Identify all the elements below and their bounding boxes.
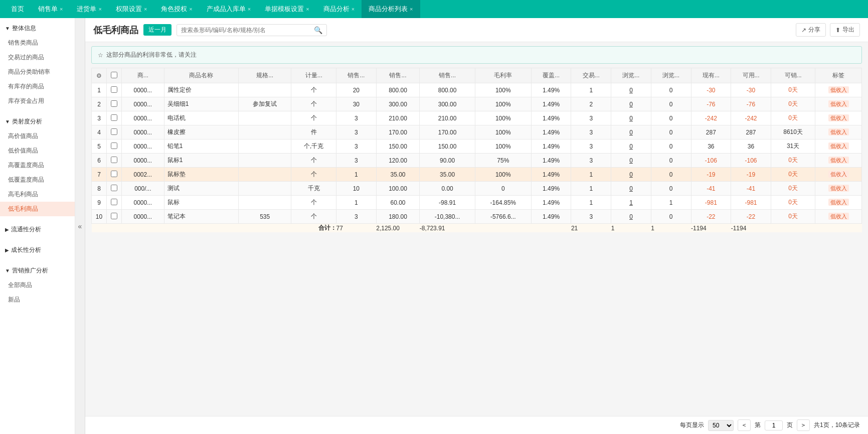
sidebar-group-overall[interactable]: ▼ 整体信息 <box>0 21 75 36</box>
row-checkbox-cell[interactable] <box>107 210 122 224</box>
row-checkbox-cell[interactable] <box>107 139 122 154</box>
row-checkbox[interactable] <box>111 114 117 121</box>
row-checkbox[interactable] <box>111 199 117 205</box>
col-checkbox[interactable] <box>107 68 122 83</box>
sidebar-item-high-value[interactable]: 高价值商品 <box>0 129 75 143</box>
sidebar-group-marketing[interactable]: ▼ 营销推广分析 <box>0 263 75 278</box>
page-input[interactable] <box>765 420 783 430</box>
col-unit[interactable]: 计量... <box>291 68 336 83</box>
row-sale-qty: 3 <box>336 139 377 154</box>
nav-analysis[interactable]: 商品分析 × <box>316 0 362 18</box>
row-checkbox-cell[interactable] <box>107 125 122 139</box>
col-margin-rate[interactable]: 毛利率 <box>475 68 531 83</box>
row-checkbox[interactable] <box>111 213 117 219</box>
row-browse1[interactable]: 0 <box>611 111 651 125</box>
next-page-btn[interactable]: ＞ <box>797 419 810 431</box>
nav-roles[interactable]: 角色授权 × <box>154 0 199 18</box>
nav-purchase[interactable]: 进货单 × <box>70 0 108 18</box>
sidebar-group-coverage[interactable]: ▼ 类射度分析 <box>0 114 75 129</box>
row-browse1[interactable]: 0 <box>611 210 651 224</box>
filter-btn[interactable]: 近一月 <box>143 24 171 36</box>
row-browse1[interactable]: 0 <box>611 168 651 182</box>
sidebar-item-low-value[interactable]: 低价值商品 <box>0 143 75 158</box>
sidebar-item-stock-capital[interactable]: 库存资金占用 <box>0 94 75 108</box>
col-sale-amount[interactable]: 销售... <box>376 68 420 83</box>
row-checkbox-cell[interactable] <box>107 83 122 97</box>
sidebar-group-growth[interactable]: ▶ 成长性分析 <box>0 243 75 257</box>
col-current-stock[interactable]: 现有... <box>691 68 731 83</box>
row-checkbox[interactable] <box>111 128 117 135</box>
row-checkbox[interactable] <box>111 171 117 177</box>
nav-roles-close[interactable]: × <box>189 6 192 12</box>
nav-sales-close[interactable]: × <box>60 6 63 12</box>
row-checkbox[interactable] <box>111 100 117 107</box>
row-checkbox-cell[interactable] <box>107 97 122 111</box>
col-tag[interactable]: 标签 <box>815 68 862 83</box>
row-checkbox-cell[interactable] <box>107 182 122 196</box>
row-browse1[interactable]: 0 <box>611 182 651 196</box>
row-checkbox[interactable] <box>111 185 117 191</box>
row-checkbox-cell[interactable] <box>107 168 122 182</box>
row-current-stock: -76 <box>691 97 731 111</box>
sidebar-item-new-products[interactable]: 新品 <box>0 293 75 307</box>
col-spec[interactable]: 规格... <box>238 68 291 83</box>
col-settings[interactable]: ⚙ <box>92 68 107 83</box>
col-sale-profit[interactable]: 销售... <box>420 68 475 83</box>
col-browse2[interactable]: 浏览... <box>651 68 691 83</box>
col-name[interactable]: 商品名称 <box>164 68 238 83</box>
sidebar-item-stock-products[interactable]: 有库存的商品 <box>0 79 75 94</box>
export-button[interactable]: ⬆ 导出 <box>830 23 860 37</box>
sidebar-collapse-btn[interactable]: « <box>75 18 85 434</box>
nav-home[interactable]: 首页 <box>4 0 31 18</box>
footer-coverage <box>531 224 571 233</box>
search-icon[interactable]: 🔍 <box>314 26 322 34</box>
nav-analysis-list-close[interactable]: × <box>410 6 413 12</box>
row-checkbox[interactable] <box>111 142 117 149</box>
nav-sales[interactable]: 销售单 × <box>31 0 70 18</box>
row-checkbox-cell[interactable] <box>107 111 122 125</box>
row-browse1[interactable]: 0 <box>611 125 651 139</box>
row-checkbox-cell[interactable] <box>107 196 122 210</box>
nav-product-in[interactable]: 产成品入库单 × <box>200 0 258 18</box>
search-input[interactable] <box>181 27 314 34</box>
col-trade[interactable]: 交易... <box>571 68 611 83</box>
row-available: -22 <box>731 210 771 224</box>
table-scroll[interactable]: ⚙ 商... 商品名称 规格... 计量... 销售... 销售... 销售..… <box>85 68 868 416</box>
row-checkbox[interactable] <box>111 86 117 93</box>
sidebar-item-all-products[interactable]: 全部商品 <box>0 278 75 293</box>
row-checkbox-cell[interactable] <box>107 154 122 168</box>
nav-permissions-close[interactable]: × <box>144 6 147 12</box>
nav-analysis-close[interactable]: × <box>352 6 355 12</box>
nav-purchase-close[interactable]: × <box>98 6 101 12</box>
col-available[interactable]: 可用... <box>731 68 771 83</box>
sidebar-item-sales-products[interactable]: 销售类商品 <box>0 36 75 50</box>
col-browse1[interactable]: 浏览... <box>611 68 651 83</box>
row-browse1[interactable]: 0 <box>611 83 651 97</box>
col-sellable[interactable]: 可销... <box>771 68 815 83</box>
sidebar-item-low-margin[interactable]: 低毛利商品 <box>0 202 75 216</box>
col-sale-qty[interactable]: 销售... <box>336 68 377 83</box>
sidebar-item-high-margin[interactable]: 高毛利商品 <box>0 187 75 202</box>
row-browse1[interactable]: 0 <box>611 154 651 168</box>
row-browse1[interactable]: 0 <box>611 97 651 111</box>
sidebar-item-traded-products[interactable]: 交易过的商品 <box>0 50 75 65</box>
nav-analysis-list[interactable]: 商品分析列表 × <box>362 0 420 18</box>
sidebar-group-flow[interactable]: ▶ 流通性分析 <box>0 222 75 237</box>
sidebar-item-low-coverage[interactable]: 低覆盖度商品 <box>0 173 75 187</box>
col-coverage[interactable]: 覆盖... <box>531 68 571 83</box>
col-code[interactable]: 商... <box>122 68 164 83</box>
table-header-row: ⚙ 商... 商品名称 规格... 计量... 销售... 销售... 销售..… <box>92 68 862 83</box>
share-button[interactable]: ↗ 分享 <box>796 23 826 37</box>
sidebar-item-category-rate[interactable]: 商品分类助销率 <box>0 65 75 79</box>
row-browse1[interactable]: 1 <box>611 196 651 210</box>
row-checkbox[interactable] <box>111 157 117 163</box>
sidebar-item-high-coverage[interactable]: 高覆盖度商品 <box>0 158 75 173</box>
select-all-checkbox[interactable] <box>111 72 117 78</box>
nav-template[interactable]: 单据模板设置 × <box>258 0 316 18</box>
nav-permissions[interactable]: 权限设置 × <box>109 0 154 18</box>
row-browse1[interactable]: 0 <box>611 139 651 154</box>
page-size-select[interactable]: 50 100 200 <box>708 420 734 431</box>
nav-template-close[interactable]: × <box>306 6 309 12</box>
prev-page-btn[interactable]: ＜ <box>738 419 751 431</box>
nav-product-in-close[interactable]: × <box>248 6 251 12</box>
